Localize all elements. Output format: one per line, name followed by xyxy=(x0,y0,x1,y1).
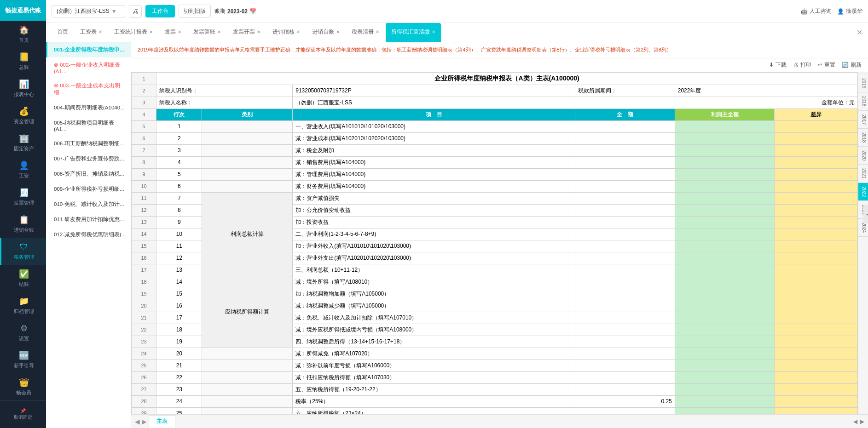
line-num[interactable]: 5 xyxy=(156,168,202,180)
profit-cell[interactable] xyxy=(675,288,775,300)
profit-cell[interactable] xyxy=(675,120,775,132)
item-cell[interactable]: 减：税金及附加 xyxy=(293,144,575,156)
switch-version-button[interactable]: 切到旧版 xyxy=(179,5,211,18)
close-icon[interactable]: ✕ xyxy=(432,29,435,34)
workspace-button[interactable]: 工作台 xyxy=(145,5,175,17)
line-num[interactable]: 9 xyxy=(156,216,202,228)
amount-cell[interactable] xyxy=(575,383,675,395)
profit-cell[interactable] xyxy=(675,348,775,360)
close-icon[interactable]: ✕ xyxy=(376,29,379,34)
sidebar-item-archive[interactable]: 📁 归档管理 xyxy=(0,292,46,319)
profit-cell[interactable] xyxy=(675,228,775,240)
sidebar-item-ledger[interactable]: 📒 总账 xyxy=(0,48,46,75)
line-num[interactable]: 13 xyxy=(156,264,202,276)
diff-cell[interactable] xyxy=(775,395,858,407)
profit-cell[interactable] xyxy=(675,216,775,228)
line-num[interactable]: 4 xyxy=(156,156,202,168)
diff-cell[interactable] xyxy=(775,324,858,336)
profit-cell[interactable] xyxy=(675,360,775,371)
profit-cell[interactable] xyxy=(675,264,775,276)
profit-cell[interactable] xyxy=(675,252,775,264)
tab-invoice[interactable]: 发票 ✕ xyxy=(159,23,187,42)
item-cell[interactable]: 加：营业外收入(填写A101010\101020\103000) xyxy=(293,240,575,252)
diff-cell[interactable] xyxy=(775,204,858,216)
sidebar-item-assets[interactable]: 🏢 固定资产 xyxy=(0,129,46,156)
reset-button[interactable]: ↩ 重置 xyxy=(818,61,835,69)
diff-cell[interactable] xyxy=(775,120,858,132)
tab-tax-list[interactable]: 税表清册 ✕ xyxy=(346,23,385,42)
amount-cell[interactable] xyxy=(575,144,675,156)
profit-cell[interactable] xyxy=(675,407,775,414)
left-panel-item-005[interactable]: 005-纳税调整项目明细表(A1... xyxy=(46,115,131,136)
item-cell[interactable]: 五、应纳税所得额（19-20-21-22） xyxy=(293,383,575,395)
profit-cell[interactable] xyxy=(675,180,775,192)
line-num[interactable]: 15 xyxy=(156,288,202,300)
sidebar-item-reports[interactable]: 📊 报表中心 xyxy=(0,75,46,102)
left-panel-item-011[interactable]: 011-研发费用加计扣除优惠... xyxy=(46,212,131,227)
amount-cell[interactable] xyxy=(575,252,675,264)
close-icon[interactable]: ✕ xyxy=(257,29,260,34)
line-num[interactable]: 1 xyxy=(156,120,202,132)
profit-cell[interactable] xyxy=(675,156,775,168)
line-num[interactable]: 10 xyxy=(156,228,202,240)
item-cell[interactable]: 减：销售费用(填写A104000) xyxy=(293,156,575,168)
print-quick-button[interactable]: 🖨 xyxy=(129,5,142,18)
line-num[interactable]: 3 xyxy=(156,144,202,156)
amount-cell[interactable] xyxy=(575,120,675,132)
sheet-nav-left[interactable]: ◀ xyxy=(135,418,140,425)
profit-cell[interactable] xyxy=(675,383,775,395)
close-icon[interactable]: ✕ xyxy=(178,29,181,34)
line-num[interactable]: 18 xyxy=(156,324,202,336)
item-cell[interactable]: 减：所得减免（填写A107020） xyxy=(293,348,575,360)
year-2021[interactable]: 2021 xyxy=(858,165,868,183)
profit-cell[interactable] xyxy=(675,324,775,336)
unpin-button[interactable]: 📌 取消固定 xyxy=(0,405,46,423)
item-cell[interactable]: 减：免税、减计收入及加计扣除（填写A107010） xyxy=(293,312,575,324)
amount-cell[interactable] xyxy=(575,348,675,360)
close-icon[interactable]: ✕ xyxy=(98,29,102,34)
amount-cell[interactable] xyxy=(575,192,675,204)
diff-cell[interactable] xyxy=(775,276,858,288)
item-cell[interactable]: 减：财务费用(填写A104000) xyxy=(293,180,575,192)
item-cell[interactable]: 三、利润总额（10+11-12） xyxy=(293,264,575,276)
diff-cell[interactable] xyxy=(775,348,858,360)
user-profile[interactable]: 👤 徐溪华 xyxy=(837,7,862,15)
tab-sales-verify[interactable]: 进销稽核 ✕ xyxy=(267,23,306,42)
tab-invoice-calc[interactable]: 发票算账 ✕ xyxy=(188,23,226,42)
profit-cell[interactable] xyxy=(675,192,775,204)
refresh-button[interactable]: 🔄 刷新 xyxy=(842,61,862,69)
calendar-icon[interactable]: 📅 xyxy=(249,8,256,15)
item-cell[interactable]: 减：纳税调整减少额（填写A105000） xyxy=(293,300,575,312)
line-num[interactable]: 17 xyxy=(156,312,202,324)
amount-cell[interactable] xyxy=(575,312,675,324)
year-2022[interactable]: 2022 xyxy=(858,183,868,201)
left-panel-item-008[interactable]: 008-资产折旧、摊销及纳税... xyxy=(46,166,131,182)
profit-cell[interactable] xyxy=(675,300,775,312)
item-cell[interactable]: 六、应纳所得税额（23×24） xyxy=(293,407,575,414)
amount-cell[interactable] xyxy=(575,180,675,192)
year-2018[interactable]: 2018 xyxy=(858,129,868,147)
left-panel-item-006[interactable]: 006-职工薪酬纳税调整明细... xyxy=(46,136,131,151)
item-cell[interactable]: 加：投资收益 xyxy=(293,216,575,228)
diff-cell[interactable] xyxy=(775,168,858,180)
diff-cell[interactable] xyxy=(775,156,858,168)
profit-cell[interactable] xyxy=(675,371,775,383)
profit-cell[interactable] xyxy=(675,336,775,348)
profit-cell[interactable] xyxy=(675,395,775,407)
amount-cell[interactable] xyxy=(575,132,675,144)
tab-salary[interactable]: 工资表 ✕ xyxy=(75,23,108,42)
close-icon[interactable]: ✕ xyxy=(217,29,221,34)
item-cell[interactable]: 减：管理费用(填写A104000) xyxy=(293,168,575,180)
ai-consult-button[interactable]: 🤖 人工咨询 xyxy=(801,7,832,15)
sidebar-item-home[interactable]: 🏠 首页 xyxy=(0,21,46,48)
year-2016[interactable]: 2016 xyxy=(858,92,868,110)
left-panel-item-003[interactable]: 003-一般企业成本支出明细... xyxy=(46,78,131,100)
sidebar-item-settings[interactable]: ⚙ 设置 xyxy=(0,319,46,346)
sidebar-item-salary[interactable]: 👤 工资 xyxy=(0,156,46,183)
diff-cell[interactable] xyxy=(775,180,858,192)
diff-cell[interactable] xyxy=(775,132,858,144)
item-cell[interactable]: 一、营业收入(填写A101010\101020\103000) xyxy=(293,120,575,132)
amount-cell[interactable] xyxy=(575,156,675,168)
line-num[interactable]: 16 xyxy=(156,300,202,312)
diff-cell[interactable] xyxy=(775,192,858,204)
